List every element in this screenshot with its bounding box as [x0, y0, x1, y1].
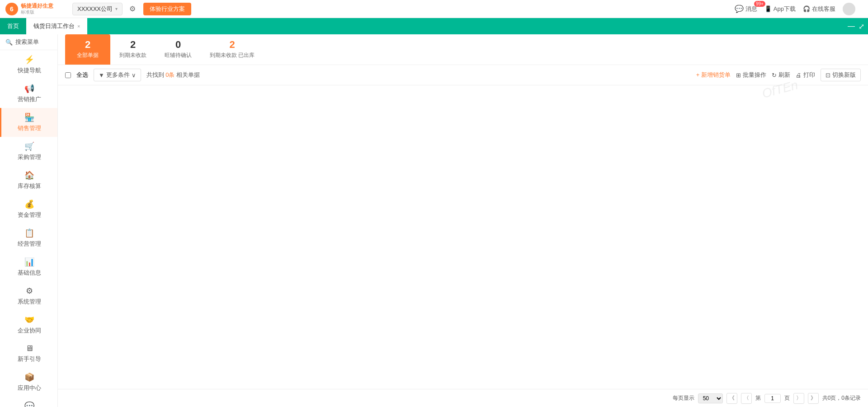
- avatar[interactable]: [843, 3, 855, 15]
- sidebar-item-label: 库存核算: [18, 182, 41, 190]
- stat-tab-overdue-out[interactable]: 2 到期未收款 已出库: [201, 34, 264, 65]
- sidebar-search[interactable]: 🔍 搜索菜单: [0, 34, 57, 50]
- page-label: 页: [784, 394, 790, 402]
- search-label: 搜索菜单: [15, 38, 39, 46]
- logo-main: 畅捷通好生意: [21, 3, 53, 9]
- page-last-button[interactable]: 》: [808, 393, 819, 404]
- message-icon: 💬: [735, 5, 744, 13]
- top-header: 6 畅捷通好生意 标准版 XXXXXX公司 ▾ ⚙ 体验行业方案 💬 消息 99…: [0, 0, 868, 18]
- add-sales-order-button[interactable]: + 新增销货单: [696, 71, 731, 79]
- stat-num-all: 2: [85, 39, 90, 51]
- sidebar-item-basic-info[interactable]: 📊 基础信息: [0, 253, 57, 281]
- service-icon: 🎧: [803, 5, 810, 12]
- guide-icon: 🖥: [25, 344, 33, 353]
- sidebar-item-label: 销售管理: [18, 124, 41, 132]
- sidebar-item-quick-nav[interactable]: ⚡ 快捷导航: [0, 50, 57, 79]
- settings-button[interactable]: ⚙: [126, 3, 139, 15]
- table-area: [58, 85, 868, 389]
- sidebar-item-system[interactable]: ⚙ 系统管理: [0, 281, 57, 310]
- per-page-select[interactable]: 50 20 100: [698, 393, 723, 403]
- sidebar-item-label: 采购管理: [18, 153, 41, 161]
- stat-tab-all[interactable]: 2 全部单据: [65, 34, 110, 65]
- page-first-button[interactable]: 《: [726, 393, 737, 404]
- quick-nav-icon: ⚡: [24, 55, 34, 65]
- cooperation-icon: 🤝: [24, 315, 34, 325]
- batch-label: 批量操作: [743, 71, 766, 79]
- sidebar-item-app-center[interactable]: 📦 应用中心: [0, 368, 57, 397]
- company-name: XXXXXX公司: [77, 5, 113, 13]
- message-badge: 99+: [754, 1, 765, 7]
- select-all-checkbox[interactable]: [65, 72, 71, 78]
- stat-label-overdue-out: 到期未收款 已出库: [210, 51, 255, 59]
- company-selector[interactable]: XXXXXX公司 ▾: [72, 3, 123, 15]
- experience-btn[interactable]: 体验行业方案: [143, 3, 191, 15]
- tab-home[interactable]: 首页: [0, 18, 26, 34]
- logo-area: 6 畅捷通好生意 标准版: [5, 3, 63, 15]
- online-service-label: 在线客服: [812, 5, 835, 13]
- app-center-icon: 📦: [24, 372, 34, 382]
- sidebar-item-label: 营销推广: [18, 95, 41, 103]
- minimize-button[interactable]: —: [848, 22, 855, 31]
- sidebar-item-sales[interactable]: 🏪 销售管理: [0, 108, 57, 137]
- refresh-button[interactable]: ↻ 刷新: [772, 71, 790, 79]
- app-download-label: App下载: [774, 5, 796, 13]
- purchase-icon: 🛒: [24, 141, 34, 151]
- switch-version-button[interactable]: ⊡ 切换新版: [821, 69, 861, 81]
- found-suffix: 相关单据: [176, 71, 200, 78]
- system-icon: ⚙: [26, 286, 33, 296]
- stat-num-pending: 0: [175, 39, 181, 51]
- page-prev-button[interactable]: 〈: [741, 393, 752, 404]
- filter-chevron-icon: ∨: [132, 72, 136, 79]
- pagination-bar: 每页显示 50 20 100 《 〈 第 页 〉 》 共0页，0条记录: [58, 389, 868, 407]
- batch-operation-button[interactable]: ⊞ 批量操作: [736, 71, 766, 79]
- stat-num-overdue-out: 2: [230, 39, 235, 51]
- sidebar-item-cooperation[interactable]: 🤝 企业协同: [0, 310, 57, 339]
- switch-icon: ⊡: [826, 72, 830, 79]
- total-info: 共0页，0条记录: [822, 394, 861, 402]
- sidebar-item-finance[interactable]: 💰 资金管理: [0, 195, 57, 224]
- found-count: 0条: [165, 71, 175, 78]
- app-download-button[interactable]: 📱 App下载: [764, 5, 796, 13]
- nav-tabs: 首页 钱货日清工作台 × — ⤢: [0, 18, 868, 34]
- print-button[interactable]: 🖨 打印: [796, 71, 815, 79]
- stat-tab-overdue[interactable]: 2 到期未收款: [110, 34, 156, 65]
- weixin-icon: 💬: [24, 401, 34, 407]
- content-area: 2 全部单据 2 到期未收款 0 旺辅待确认 2 到期未收款 已出库 全选 ▼ …: [58, 34, 868, 407]
- online-service-button[interactable]: 🎧 在线客服: [803, 5, 835, 13]
- sidebar-item-inventory[interactable]: 🏠 库存核算: [0, 166, 57, 195]
- tab-qhrc-label: 钱货日清工作台: [33, 22, 75, 30]
- print-icon: 🖨: [796, 72, 802, 79]
- sidebar-item-label: 经营管理: [18, 240, 41, 248]
- basic-info-icon: 📊: [24, 257, 34, 267]
- sidebar-item-purchase[interactable]: 🛒 采购管理: [0, 137, 57, 166]
- tab-qhrc[interactable]: 钱货日清工作台 ×: [26, 18, 87, 34]
- sidebar-item-weixin[interactable]: 💬 企业微信: [0, 397, 57, 407]
- toolbar-right: + 新增销货单 ⊞ 批量操作 ↻ 刷新 🖨 打印 ⊡ 切换新版: [696, 69, 861, 81]
- filter-button[interactable]: ▼ 更多条件 ∨: [94, 69, 141, 81]
- sidebar-item-label: 快捷导航: [18, 66, 41, 75]
- filter-label: 更多条件: [106, 71, 130, 79]
- logo-text: 畅捷通好生意 标准版: [21, 3, 53, 14]
- sidebar-item-label: 系统管理: [18, 298, 41, 306]
- sidebar-item-operations[interactable]: 📋 经营管理: [0, 224, 57, 253]
- sidebar-item-label: 基础信息: [18, 269, 41, 277]
- stat-tab-pending[interactable]: 0 旺辅待确认: [156, 34, 201, 65]
- stat-label-all: 全部单据: [77, 51, 99, 59]
- maximize-button[interactable]: ⤢: [859, 22, 864, 31]
- page-input[interactable]: [764, 394, 781, 403]
- chevron-down-icon: ▾: [115, 6, 118, 11]
- sales-icon: 🏪: [24, 112, 34, 122]
- sidebar: 🔍 搜索菜单 ⚡ 快捷导航 📢 营销推广 🏪 销售管理 🛒 采购管理 🏠 库存核…: [0, 34, 58, 407]
- sidebar-item-label: 应用中心: [18, 384, 41, 392]
- sidebar-item-label: 新手引导: [18, 355, 41, 363]
- sidebar-item-marketing[interactable]: 📢 营销推广: [0, 79, 57, 108]
- select-all-label: 全选: [76, 71, 88, 79]
- page-next-button[interactable]: 〉: [793, 393, 804, 404]
- nav-controls: — ⤢: [848, 22, 868, 31]
- message-button[interactable]: 💬 消息 99+: [735, 5, 757, 13]
- close-tab-icon[interactable]: ×: [77, 23, 80, 29]
- sidebar-item-guide[interactable]: 🖥 新手引导: [0, 339, 57, 368]
- switch-label: 切换新版: [832, 71, 856, 79]
- toolbar: 全选 ▼ 更多条件 ∨ 共找到 0条 相关单据 + 新增销货单 ⊞ 批量操作 ↻…: [58, 65, 868, 85]
- found-text: 共找到 0条 相关单据: [146, 71, 200, 79]
